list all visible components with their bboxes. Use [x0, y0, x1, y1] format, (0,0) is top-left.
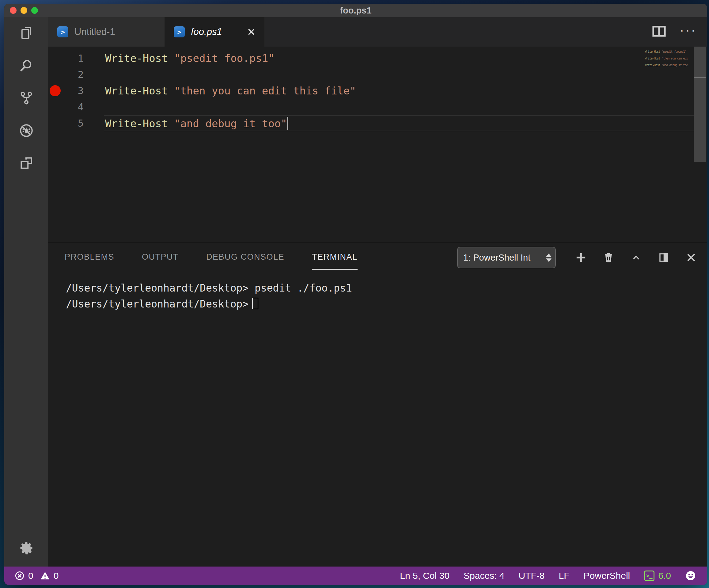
status-bar: 0 0 Ln 5, Col 30 Spaces: 4 UTF-8 LF Powe…: [4, 566, 707, 585]
tab-foo-ps1[interactable]: > foo.ps1: [164, 17, 264, 47]
code-line[interactable]: 3Write-Host "then you can edit this file…: [48, 82, 707, 99]
panel-tab-output[interactable]: OUTPUT: [142, 252, 179, 263]
encoding-status[interactable]: UTF-8: [519, 570, 545, 581]
minimap-line: Write-Host "then you can edit this file": [645, 55, 687, 62]
editor-lines: 1Write-Host "psedit foo.ps1"23Write-Host…: [48, 50, 707, 131]
tab-untitled-1[interactable]: > Untitled-1: [48, 17, 164, 47]
terminal-cursor: [252, 298, 258, 309]
split-terminal-icon[interactable]: [658, 251, 669, 264]
panel-actions: [575, 251, 697, 264]
debug-disabled-icon[interactable]: [18, 123, 34, 138]
warning-count: 0: [54, 570, 59, 581]
close-panel-icon[interactable]: [686, 251, 697, 264]
powershell-terminal-icon: >_: [644, 570, 654, 581]
language-mode-status[interactable]: PowerShell: [584, 570, 630, 581]
source-control-icon[interactable]: [18, 90, 34, 106]
close-tab-icon[interactable]: [247, 28, 255, 36]
line-number: 1: [62, 52, 84, 64]
panel-tab-debug-console[interactable]: DEBUG CONSOLE: [206, 252, 284, 263]
minimap-line: Write-Host "psedit foo.ps1": [645, 48, 687, 55]
split-editor-icon[interactable]: [652, 25, 666, 39]
editor-cursor: [287, 117, 288, 130]
select-arrows-icon: [544, 254, 552, 262]
breakpoint-dot[interactable]: [50, 85, 61, 96]
error-icon: [15, 571, 25, 581]
minimap-line: Write-Host "and debug it too": [645, 62, 687, 69]
terminal-output[interactable]: /Users/tylerleonhardt/Desktop> psedit ./…: [48, 272, 707, 566]
code-editor[interactable]: 1Write-Host "psedit foo.ps1"23Write-Host…: [48, 47, 707, 242]
activity-bar: [4, 17, 48, 566]
code-text[interactable]: Write-Host "psedit foo.ps1": [105, 52, 274, 65]
code-text[interactable]: Write-Host "then you can edit this file": [105, 85, 356, 97]
more-actions-icon[interactable]: ···: [680, 23, 697, 41]
extensions-icon[interactable]: [18, 155, 34, 171]
tab-label: Untitled-1: [75, 26, 115, 37]
editor-toolbar: ···: [652, 17, 707, 47]
panel-header: PROBLEMSOUTPUTDEBUG CONSOLETERMINAL 1: P…: [48, 243, 707, 272]
window-title: foo.ps1: [4, 4, 707, 17]
error-count: 0: [28, 570, 33, 581]
breakpoint-gutter[interactable]: [48, 85, 62, 96]
terminal-line: /Users/tylerleonhardt/Desktop> psedit ./…: [66, 280, 707, 296]
eol-status[interactable]: LF: [559, 570, 570, 581]
panel-tab-terminal[interactable]: TERMINAL: [312, 252, 358, 263]
code-line[interactable]: 2: [48, 66, 707, 82]
editor-scrollbar[interactable]: [694, 47, 706, 162]
settings-gear-icon[interactable]: [4, 540, 48, 556]
search-icon[interactable]: [18, 58, 34, 74]
explorer-icon[interactable]: [18, 25, 34, 41]
code-line[interactable]: 5Write-Host "and debug it too": [48, 115, 707, 131]
minimap[interactable]: Write-Host "psedit foo.ps1"Write-Host "t…: [645, 48, 687, 69]
terminal-select-value: 1: PowerShell Int: [463, 253, 530, 263]
terminal-line: /Users/tylerleonhardt/Desktop>: [66, 296, 707, 312]
terminal-instance-select[interactable]: 1: PowerShell Int: [457, 247, 556, 268]
panel-tabs: PROBLEMSOUTPUTDEBUG CONSOLETERMINAL: [64, 252, 358, 263]
bottom-panel: PROBLEMSOUTPUTDEBUG CONSOLETERMINAL 1: P…: [48, 242, 707, 566]
indentation-status[interactable]: Spaces: 4: [464, 570, 504, 581]
panel-tab-problems[interactable]: PROBLEMS: [64, 252, 114, 263]
problems-status[interactable]: 0 0: [15, 570, 58, 581]
code-line[interactable]: 1Write-Host "psedit foo.ps1": [48, 50, 707, 66]
line-number: 5: [62, 118, 84, 129]
tab-label: foo.ps1: [191, 26, 222, 37]
feedback-smiley-icon[interactable]: [685, 570, 696, 581]
code-line[interactable]: 4: [48, 99, 707, 115]
vscode-window: foo.ps1: [4, 4, 707, 585]
powershell-session-status[interactable]: >_ 6.0: [644, 570, 671, 581]
cursor-position-status[interactable]: Ln 5, Col 30: [400, 570, 449, 581]
code-text[interactable]: Write-Host "and debug it too": [105, 117, 288, 130]
maximize-panel-icon[interactable]: [631, 251, 641, 264]
new-terminal-icon[interactable]: [575, 251, 586, 264]
warning-icon: [40, 571, 50, 581]
powershell-file-icon: >: [57, 26, 68, 37]
powershell-version: 6.0: [658, 570, 671, 581]
line-number: 4: [62, 101, 84, 113]
line-number: 3: [62, 85, 84, 97]
powershell-file-icon: >: [174, 26, 185, 37]
line-number: 2: [62, 69, 84, 80]
kill-terminal-icon[interactable]: [603, 251, 614, 264]
tab-bar: > Untitled-1 > foo.ps1: [48, 17, 707, 47]
title-bar: foo.ps1: [4, 4, 707, 17]
